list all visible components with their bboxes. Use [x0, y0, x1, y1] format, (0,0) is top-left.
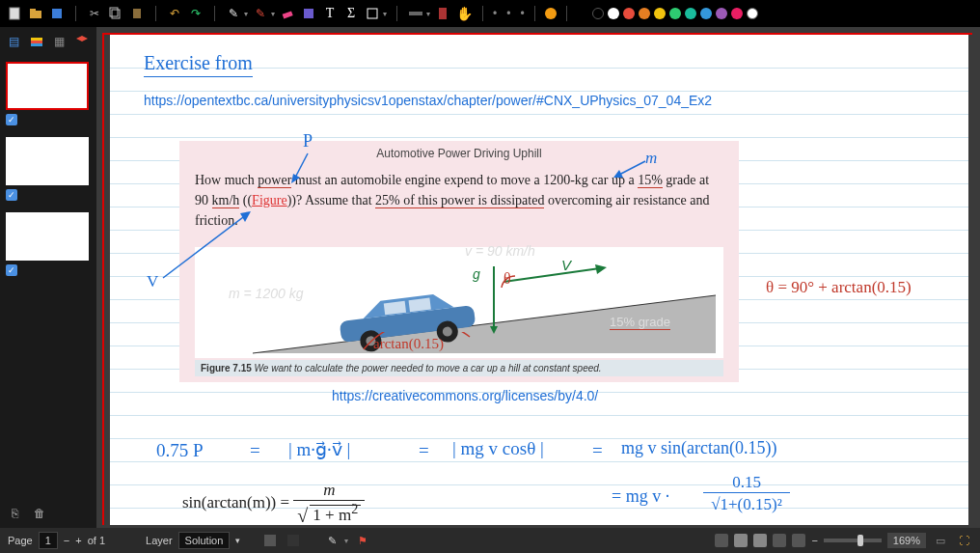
fit-icon[interactable]: ▭ [932, 532, 949, 549]
svg-line-33 [163, 214, 247, 278]
svg-marker-28 [595, 264, 607, 274]
copy-icon[interactable] [107, 5, 124, 22]
eq2-lhs: = mg v · [612, 486, 669, 507]
page-of: of 1 [88, 535, 105, 546]
eq-lhs: 0.75 P [156, 440, 204, 461]
page-thumb-2[interactable] [6, 137, 89, 185]
math-icon[interactable]: Σ [342, 5, 360, 22]
ruler-icon[interactable] [407, 5, 424, 22]
svg-rect-2 [30, 9, 36, 12]
problem-box: Automotive Power Driving Uphill How much… [179, 141, 739, 382]
svg-marker-26 [490, 326, 498, 334]
thumb-check-2[interactable]: ✓ [6, 189, 17, 201]
bb-pen-icon[interactable]: ✎ [323, 532, 340, 549]
select-icon[interactable] [300, 5, 317, 22]
eq-eq1: = [250, 440, 260, 461]
page-label: Page [8, 535, 33, 546]
sidebar-bottom-tools: ⎘ 🗑 [6, 505, 48, 522]
save-icon[interactable] [48, 5, 66, 22]
thumb-check-1[interactable]: ✓ [6, 114, 17, 125]
sidebar-tab-3d[interactable] [74, 33, 92, 50]
svg-rect-4 [112, 10, 120, 18]
svg-rect-12 [31, 41, 42, 43]
fullscreen-icon[interactable]: ⛶ [955, 532, 972, 549]
view-mode-2[interactable] [734, 534, 748, 547]
svg-rect-3 [52, 9, 62, 18]
svg-rect-9 [368, 9, 377, 18]
color-palette[interactable] [577, 8, 758, 19]
p-arrow [288, 149, 317, 187]
source-link[interactable]: https://opentextbc.ca/universityphysicsv… [144, 93, 712, 108]
svg-rect-6 [133, 9, 141, 18]
m-label: m = 1200 kg [229, 286, 303, 301]
page-next[interactable]: + [75, 535, 81, 546]
tool-icon[interactable] [434, 5, 451, 22]
svg-rect-11 [439, 8, 447, 19]
g-label: g [473, 266, 480, 282]
zoom-value: 169% [887, 533, 926, 548]
undo-icon[interactable]: ↶ [166, 5, 183, 22]
zoom-out[interactable]: − [811, 535, 817, 546]
figure-area: v = 90 km/h m = 1200 kg 15% grade [195, 247, 723, 358]
svg-rect-0 [10, 8, 19, 19]
folder-icon[interactable] [27, 5, 44, 22]
sidebar-tab-list[interactable]: ▤ [6, 33, 23, 50]
svg-marker-30 [291, 174, 300, 183]
view-mode-4[interactable] [773, 534, 786, 547]
sidebar: ▤ ▦ ✓ ✓ ✓ [0, 27, 96, 528]
v-vec: V [561, 257, 571, 273]
svg-rect-7 [283, 11, 293, 18]
layer-value[interactable]: Solution [178, 532, 231, 549]
page-thumb-1[interactable] [6, 62, 89, 110]
shape-icon[interactable] [364, 5, 381, 22]
svg-line-31 [617, 161, 645, 176]
doc-icon[interactable] [6, 5, 23, 22]
sidebar-tab-layers[interactable] [29, 33, 46, 50]
page-number[interactable]: 1 [39, 532, 58, 549]
formula: sin(arctan(m)) = m √1 + m2 [182, 481, 365, 525]
stroke-width[interactable] [545, 8, 557, 19]
svg-rect-8 [304, 9, 313, 18]
page-title: Exercise from [144, 52, 253, 77]
pen-icon[interactable]: ✎ [225, 5, 242, 22]
add-page-icon[interactable]: ⎘ [6, 505, 23, 522]
cut-icon[interactable]: ✂ [86, 5, 103, 22]
redo-icon[interactable]: ↷ [187, 5, 204, 22]
thumb-check-3[interactable]: ✓ [6, 264, 17, 276]
eq-a: | m·g⃗·v⃗ | [288, 438, 350, 460]
page-prev[interactable]: − [64, 535, 69, 546]
trash-icon[interactable]: 🗑 [31, 505, 48, 522]
bb-tool-2[interactable] [285, 532, 302, 549]
page: Exercise from https://opentextbc.ca/univ… [110, 35, 968, 525]
v-annot: V [147, 272, 158, 291]
layer-dropdown-icon[interactable]: ▾ [235, 536, 240, 545]
license-link[interactable]: https://creativecommons.org/licenses/by/… [332, 388, 598, 403]
highlighter-icon[interactable]: ✎ [252, 5, 269, 22]
top-toolbar: ✂ ↶ ↷ ✎▾ ✎▾ T Σ ▾ ▾ ✋ ••• [0, 0, 980, 27]
paste-icon[interactable] [128, 5, 146, 22]
view-mode-1[interactable] [715, 534, 728, 547]
svg-rect-36 [287, 535, 299, 546]
svg-rect-14 [31, 43, 42, 46]
canvas[interactable]: Exercise from https://opentextbc.ca/univ… [96, 27, 980, 528]
page-thumb-3[interactable] [6, 212, 89, 261]
svg-marker-34 [240, 211, 251, 222]
layer-label: Layer [146, 535, 173, 546]
figure-caption: Figure 7.15 We want to calculate the pow… [195, 360, 723, 376]
view-mode-3[interactable] [753, 534, 767, 547]
sidebar-tab-grid[interactable]: ▦ [51, 33, 68, 50]
text-icon[interactable]: T [321, 5, 339, 22]
eq-c: mg v sin(arctan(0.15)) [621, 438, 776, 458]
view-mode-5[interactable] [792, 534, 805, 547]
hand-icon[interactable]: ✋ [455, 5, 473, 22]
svg-marker-15 [76, 36, 88, 41]
eraser-icon[interactable] [279, 5, 296, 22]
status-bar: Page 1 − + of 1 Layer Solution ▾ ✎▾ ⚑ − … [0, 528, 980, 553]
svg-rect-10 [409, 12, 422, 15]
zoom-slider[interactable] [824, 539, 882, 542]
eq2-frac: 0.15 √1+(0.15)² [703, 473, 790, 514]
problem-text: How much power must an automobile engine… [179, 160, 739, 235]
bb-tool-1[interactable] [261, 532, 279, 549]
eq-eq2: = [419, 440, 429, 461]
bb-flag-icon[interactable]: ⚑ [354, 532, 371, 549]
